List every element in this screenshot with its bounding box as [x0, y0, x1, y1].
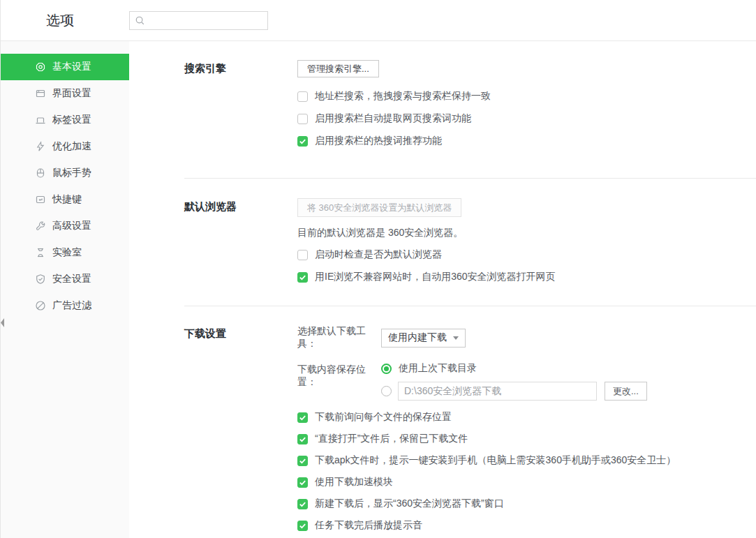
sidebar-item-label: 优化加速	[52, 140, 91, 153]
checkbox-label: 使用下载加速模块	[315, 476, 393, 488]
checkbox-row: 用IE浏览不兼容网站时，自动用360安全浏览器打开网页	[297, 271, 756, 283]
settings-content: 搜索引擎 管理搜索引擎... 地址栏搜索，拖拽搜索与搜索栏保持一致 启用搜索栏自…	[129, 41, 756, 538]
gear-icon	[34, 61, 46, 73]
checkbox-row: “直接打开”文件后，保留已下载文件	[297, 433, 756, 444]
sidebar-item-advanced-settings[interactable]: 高级设置	[1, 213, 129, 239]
checkbox-label: 下载前询问每个文件的保存位置	[315, 411, 452, 424]
window-icon	[34, 88, 46, 100]
checkbox-label: 启用搜索栏自动提取网页搜索词功能	[315, 112, 471, 125]
checkbox-keep-opened-files[interactable]	[297, 434, 308, 444]
download-tool-dropdown[interactable]: 使用内建下载	[381, 329, 466, 348]
checkbox-hot-search-suggestions[interactable]	[297, 136, 308, 147]
block-icon	[34, 300, 46, 312]
sidebar-item-label: 广告过滤	[52, 299, 91, 312]
wrench-icon	[34, 221, 46, 232]
checkbox-play-sound-on-complete[interactable]	[297, 521, 308, 531]
sidebar-item-hotkeys[interactable]: 快捷键	[1, 186, 129, 213]
sidebar-item-basic-settings[interactable]: 基本设置	[1, 54, 129, 80]
section-default-browser: 默认浏览器 将 360安全浏览器设置为默认浏览器 目前的默认浏览器是 360安全…	[129, 179, 756, 306]
checkbox-label: “直接打开”文件后，保留已下载文件	[315, 433, 468, 445]
checkbox-row: 启用搜索栏自动提取网页搜索词功能	[297, 113, 756, 124]
settings-sidebar: 基本设置 界面设置 标签设置 优化加速 鼠标手势 快捷键 高级设	[1, 41, 129, 538]
checkbox-row: 启动时检查是否为默认浏览器	[297, 249, 756, 260]
checkbox-label: 启用搜索栏的热搜词推荐功能	[315, 135, 442, 147]
checkbox-check-default-on-startup[interactable]	[297, 250, 308, 260]
checkbox-row: 任务下载完后播放提示音	[297, 520, 756, 531]
page-title: 选项	[46, 11, 74, 30]
checkbox-label: 新建下载后，显示“360安全浏览器下载”窗口	[315, 498, 504, 510]
settings-search-input[interactable]	[129, 11, 268, 30]
sidebar-item-optimize-speed[interactable]: 优化加速	[1, 133, 129, 160]
mouse-icon	[34, 167, 46, 179]
sidebar-item-label: 鼠标手势	[52, 167, 91, 179]
manage-search-engines-button[interactable]: 管理搜索引擎...	[297, 60, 379, 77]
download-location-row: 下载内容保存位置： 使用上次下载目录 更改...	[297, 363, 756, 401]
tab-icon	[34, 114, 46, 126]
download-location-label: 下载内容保存位置：	[297, 363, 381, 401]
sidebar-item-tab-settings[interactable]: 标签设置	[1, 107, 129, 133]
chevron-down-icon	[453, 336, 459, 340]
default-browser-status: 目前的默认浏览器是 360安全浏览器。	[297, 227, 756, 238]
section-title: 默认浏览器	[184, 198, 297, 283]
change-path-button[interactable]: 更改...	[605, 382, 647, 401]
section-title: 搜索引擎	[184, 60, 297, 147]
checkbox-show-download-window[interactable]	[297, 499, 308, 509]
download-tool-selected-value: 使用内建下载	[388, 331, 447, 344]
hotkey-icon	[34, 194, 46, 206]
sidebar-item-ad-filter[interactable]: 广告过滤	[1, 292, 129, 319]
checkbox-row: 下载apk文件时，提示一键安装到手机（电脑上需安装360手机助手或360安全卫士…	[297, 455, 756, 466]
checkbox-label: 用IE浏览不兼容网站时，自动用360安全浏览器打开网页	[315, 271, 556, 283]
radio-use-fixed-download-dir[interactable]	[381, 386, 392, 396]
checkbox-row: 使用下载加速模块	[297, 477, 756, 488]
radio-row-fixed-dir: 更改...	[381, 382, 647, 401]
checkbox-row: 新建下载后，显示“360安全浏览器下载”窗口	[297, 498, 756, 509]
checkbox-row: 地址栏搜索，拖拽搜索与搜索栏保持一致	[297, 91, 756, 102]
set-default-browser-button[interactable]: 将 360安全浏览器设置为默认浏览器	[297, 198, 461, 217]
hourglass-icon	[34, 247, 46, 259]
download-tool-label: 选择默认下载工具：	[297, 325, 381, 350]
checkbox-label: 任务下载完后播放提示音	[315, 519, 422, 532]
download-tool-row: 选择默认下载工具： 使用内建下载	[297, 325, 756, 350]
section-download-settings: 下载设置 选择默认下载工具： 使用内建下载 下载内容保存位置： 使用上次下载目录	[129, 306, 756, 538]
sidebar-item-label: 安全设置	[52, 273, 91, 285]
radio-label: 使用上次下载目录	[399, 362, 477, 375]
checkbox-ask-save-location[interactable]	[297, 412, 308, 423]
section-search-engine: 搜索引擎 管理搜索引擎... 地址栏搜索，拖拽搜索与搜索栏保持一致 启用搜索栏自…	[129, 41, 756, 178]
section-title: 下载设置	[184, 325, 297, 538]
checkbox-addressbar-search-sync[interactable]	[297, 91, 308, 102]
options-header: 选项	[1, 0, 756, 41]
checkbox-label: 下载apk文件时，提示一键安装到手机（电脑上需安装360手机助手或360安全卫士…	[315, 454, 676, 467]
checkbox-ie-incompatible-open-360[interactable]	[297, 272, 308, 283]
download-options-list: 下载前询问每个文件的保存位置 “直接打开”文件后，保留已下载文件 下载apk文件…	[297, 412, 756, 538]
sidebar-item-label: 界面设置	[52, 87, 91, 100]
sidebar-item-label: 标签设置	[52, 114, 91, 126]
radio-row-last-dir: 使用上次下载目录	[381, 363, 647, 374]
checkbox-download-acceleration[interactable]	[297, 477, 308, 488]
lightning-icon	[34, 141, 46, 153]
checkbox-label: 地址栏搜索，拖拽搜索与搜索栏保持一致	[315, 90, 491, 103]
sidebar-item-label: 快捷键	[52, 193, 82, 206]
radio-use-last-download-dir[interactable]	[381, 364, 392, 374]
checkbox-apk-install-prompt[interactable]	[297, 456, 308, 466]
download-path-input[interactable]	[398, 382, 597, 401]
shield-check-icon	[34, 274, 46, 285]
sidebar-item-label: 基本设置	[52, 61, 91, 73]
search-icon	[135, 15, 145, 26]
sidebar-item-laboratory[interactable]: 实验室	[1, 239, 129, 266]
sidebar-item-mouse-gestures[interactable]: 鼠标手势	[1, 160, 129, 186]
sidebar-item-security-settings[interactable]: 安全设置	[1, 266, 129, 292]
checkbox-row: 下载前询问每个文件的保存位置	[297, 412, 756, 423]
sidebar-item-label: 实验室	[52, 246, 82, 259]
checkbox-auto-extract-search-terms[interactable]	[297, 114, 308, 124]
sidebar-item-label: 高级设置	[52, 220, 91, 232]
sidebar-item-interface-settings[interactable]: 界面设置	[1, 80, 129, 107]
checkbox-label: 启动时检查是否为默认浏览器	[315, 248, 442, 261]
checkbox-row: 启用搜索栏的热搜词推荐功能	[297, 135, 756, 147]
